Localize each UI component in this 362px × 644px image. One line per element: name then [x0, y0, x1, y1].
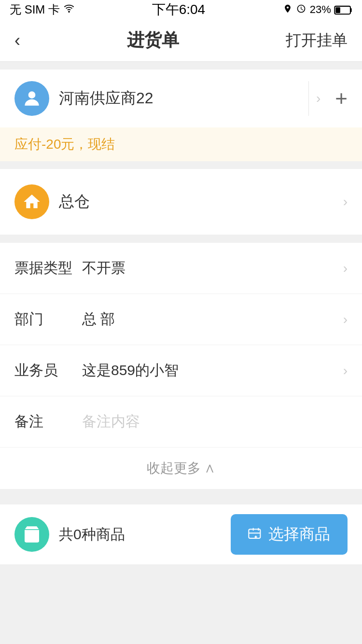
salesperson-key: 业务员 — [14, 361, 82, 380]
section-divider-2 — [0, 161, 362, 169]
warehouse-row[interactable]: 总仓 › — [0, 169, 362, 235]
svg-point-4 — [28, 91, 36, 98]
svg-rect-3 — [350, 8, 352, 12]
add-supplier-button[interactable]: + — [335, 86, 348, 111]
nav-bar: ‹ 进货单 打开挂单 — [0, 19, 362, 62]
supplier-section: 河南供应商22 › + 应付-20元，现结 — [0, 70, 362, 161]
select-product-button[interactable]: 选择商品 — [231, 514, 348, 555]
supplier-divider — [308, 81, 309, 116]
department-key: 部门 — [14, 309, 82, 329]
status-time: 下午6:04 — [152, 0, 206, 19]
collapse-row[interactable]: 收起更多 ∧ — [0, 447, 362, 489]
supplier-chevron-icon: › — [316, 91, 320, 106]
invoice-type-key: 票据类型 — [14, 258, 82, 278]
status-right: 23% — [283, 3, 352, 16]
section-divider-4 — [0, 489, 362, 497]
battery-text: 23% — [310, 3, 352, 16]
open-pending-button[interactable]: 打开挂单 — [286, 30, 348, 51]
info-banner-text: 应付-20元，现结 — [14, 137, 115, 152]
select-product-label: 选择商品 — [268, 524, 330, 545]
remark-placeholder: 备注内容 — [82, 412, 348, 432]
status-left: 无 SIM 卡 — [10, 2, 74, 17]
location-icon — [283, 3, 292, 16]
invoice-type-value: 不开票 — [82, 258, 343, 278]
add-to-cart-icon — [248, 527, 264, 542]
salesperson-chevron-icon: › — [343, 363, 348, 378]
info-banner: 应付-20元，现结 — [0, 127, 362, 161]
bottom-bar: 共0种商品 选择商品 — [0, 504, 362, 564]
invoice-type-chevron-icon: › — [343, 261, 348, 276]
supplier-name: 河南供应商22 — [59, 88, 316, 109]
svg-rect-2 — [335, 7, 340, 13]
cart-icon — [14, 517, 49, 552]
supplier-avatar — [14, 81, 49, 116]
svg-point-0 — [69, 11, 70, 12]
status-bar: 无 SIM 卡 下午6:04 23% — [0, 0, 362, 19]
wifi-icon — [64, 3, 74, 16]
department-value: 总 部 — [82, 309, 343, 329]
alarm-icon — [296, 3, 306, 16]
page-background — [0, 564, 362, 644]
product-count: 共0种商品 — [59, 525, 231, 545]
salesperson-value: 这是859的小智 — [82, 361, 343, 380]
warehouse-label: 总仓 — [59, 191, 343, 212]
collapse-text: 收起更多 ∧ — [147, 459, 216, 477]
person-icon — [21, 88, 42, 109]
home-icon — [22, 192, 42, 211]
salesperson-row[interactable]: 业务员 这是859的小智 › — [0, 345, 362, 396]
back-button[interactable]: ‹ — [14, 30, 20, 51]
warehouse-section: 总仓 › — [0, 169, 362, 235]
section-divider-1 — [0, 62, 362, 70]
section-divider-3 — [0, 235, 362, 243]
svg-rect-6 — [249, 529, 260, 538]
remark-key: 备注 — [14, 412, 82, 432]
invoice-type-row[interactable]: 票据类型 不开票 › — [0, 243, 362, 294]
shopping-bag-icon — [22, 525, 42, 544]
warehouse-chevron-icon: › — [343, 194, 348, 210]
carrier-text: 无 SIM 卡 — [10, 2, 60, 17]
remark-row[interactable]: 备注 备注内容 — [0, 396, 362, 447]
form-section: 票据类型 不开票 › 部门 总 部 › 业务员 这是859的小智 › 备注 备注… — [0, 243, 362, 489]
page-title: 进货单 — [127, 28, 179, 52]
warehouse-icon — [14, 184, 49, 219]
department-chevron-icon: › — [343, 312, 348, 327]
department-row[interactable]: 部门 总 部 › — [0, 294, 362, 345]
supplier-row[interactable]: 河南供应商22 › + — [0, 70, 362, 127]
